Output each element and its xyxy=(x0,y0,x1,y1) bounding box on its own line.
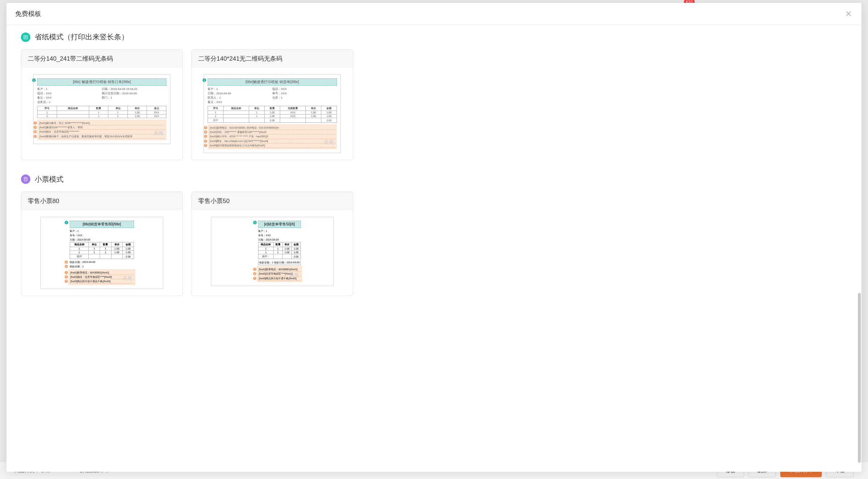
th: 商品名称 xyxy=(57,106,89,111)
card-title: 二等分140*241无二维码无条码 xyxy=(192,49,353,68)
meta-customer: 客户：1 xyxy=(208,87,272,91)
td: 1 xyxy=(273,247,282,251)
foot-text: [foot1]银行账号：张三 6228************[/foot1] xyxy=(39,122,90,124)
bullet-icon: 5 xyxy=(204,144,207,147)
td xyxy=(57,111,89,115)
td: 1 xyxy=(89,111,108,115)
section-header: 省纸模式（打印出来竖长条） xyxy=(21,32,847,42)
td: 1.00 xyxy=(306,115,321,118)
td: 1.00 xyxy=(127,115,147,118)
preview-title: [title]畅捷通打印模板 销货单[/title] xyxy=(208,78,337,86)
th: 单位 xyxy=(249,106,265,111)
td: 1 xyxy=(249,111,265,115)
meta-customer: 客户：1 xyxy=(37,87,102,91)
td xyxy=(57,115,89,118)
th: 商品名称 xyxy=(259,242,274,247)
scrollbar-track[interactable] xyxy=(857,25,861,472)
td: 1.00 xyxy=(127,111,147,115)
preview-title: [title] 畅捷通打印模板 销售订单[/title] xyxy=(37,78,166,86)
meta-note: 备注：XXX xyxy=(208,100,272,104)
td: 1 xyxy=(89,115,108,118)
foot-text: [foot2]微信6228********** 联系人：李四 xyxy=(39,126,83,129)
preview-receipt: 1 [e]销货单零售50[/ti] 客户：1 单号：XXX 日期：2019-04… xyxy=(211,217,334,286)
foot-line: 1[foot1]银行账号：张三 6228************[/foot1] xyxy=(39,121,165,125)
td-total-amt: 2.00 xyxy=(291,254,300,259)
td: 1 xyxy=(259,251,274,254)
preview-document: 1 [title]畅捷通打印模板 销货单[/title] 客户：1 电话：XXX… xyxy=(204,74,341,153)
preview-title: [e]销货单零售50[/ti] xyxy=(258,221,301,228)
foot-text: [foot2]手机：138******** 紧急联系138********[/f… xyxy=(210,131,266,133)
bullet-icon: 1 xyxy=(203,78,206,82)
template-card-t3[interactable]: 零售小票80 1 [title]销货单零售80[/title] 客户：1 单号：… xyxy=(21,191,183,296)
scrollbar-thumb[interactable] xyxy=(858,293,861,463)
bullet-icon: 2 xyxy=(253,272,256,275)
td xyxy=(223,115,249,118)
th: 单价 xyxy=(282,242,291,247)
foot-line: 3[foot3]银行卡号：6228 *** *** ***** 户名：hao20… xyxy=(209,134,335,139)
foot-text: [foot3]银行卡号：6228 *** *** ***** 户名：hao200… xyxy=(210,135,268,138)
section-receipt: 小票模式 零售小票80 1 [title]销货单零售80[/title] 客户：… xyxy=(21,174,847,296)
template-card-t1[interactable]: 二等分140_241带二维码无条码 1 [title] 畅捷通打印模板 销售订单… xyxy=(21,49,183,160)
bullet-icon: 1 xyxy=(65,221,68,224)
td: 1 xyxy=(38,111,57,115)
foot-text: [foot2]北京市海淀区****[/foot2] xyxy=(259,272,293,275)
td: 1 xyxy=(100,251,111,254)
th: 商品名称 xyxy=(70,242,89,247)
watermark: 表尾 xyxy=(122,274,133,282)
th: 金额 xyxy=(122,242,134,247)
bullet-icon: 2 xyxy=(34,126,37,129)
th: 数量 xyxy=(89,106,108,111)
td: 1.00 xyxy=(265,115,280,118)
td: XXX xyxy=(280,115,305,118)
td: 1 xyxy=(273,251,282,254)
meta-date: 日期：2019-04-09 xyxy=(208,91,272,96)
template-modal: 免费模板 省纸模式（打印出来竖长条） 二等分140_241带二维码无条码 xyxy=(6,3,862,472)
paper-saving-icon xyxy=(21,33,30,42)
extra-line: 收款日期：2019-04-09 xyxy=(70,260,134,264)
card-preview: 1 [title]畅捷通打印模板 销货单[/title] 客户：1 电话：XXX… xyxy=(192,68,353,160)
bullet-icon: 1 xyxy=(32,78,36,82)
bullet-icon: 1 xyxy=(253,268,256,271)
preview-table: 商品名称 数量 单价 金额 1 1 1.00 1.00 xyxy=(258,242,301,259)
bullet-icon: 2 xyxy=(204,130,207,134)
td: 1 xyxy=(70,251,89,254)
td: 1 xyxy=(70,247,89,251)
template-card-t2[interactable]: 二等分140*241无二维码无条码 1 [title]畅捷通打印模板 销货单[/… xyxy=(191,49,353,160)
bullet-icon: 1 xyxy=(34,121,37,125)
td: 2 xyxy=(38,115,57,118)
bullet-icon: 3 xyxy=(65,280,68,283)
td: 1.00 xyxy=(122,247,134,251)
bullet-icon: 1 xyxy=(65,271,68,274)
foot-text: [foot4]尊敬的客户：如发生产品质量、数量及服务等问题，请您24小时内与本店… xyxy=(39,135,133,138)
foot-text: [foot4]网址：hao.chanjet.com QQ:593********… xyxy=(210,140,268,142)
meta-expected: 预计交货日期：2019-04-09 xyxy=(102,91,166,96)
foot-line: 5[foot5]收到货请如需要根据近三日之内备知[/foot5] xyxy=(209,143,335,148)
td xyxy=(223,111,249,115)
foot-text: [foot5]收到货请如需要根据近三日之内备知[/foot5] xyxy=(210,144,265,147)
td: 1.00 xyxy=(291,251,300,254)
th: 单价 xyxy=(306,106,321,111)
card-title: 零售小票50 xyxy=(192,192,353,210)
bullet-icon: 3 xyxy=(204,135,207,138)
preview-footer: 1[foot1]联系电话：82430001[/foot1] 2[foot2]北京… xyxy=(257,266,302,282)
td: 1.00 xyxy=(122,251,134,254)
template-card-t4[interactable]: 零售小票50 1 [e]销货单零售50[/ti] 客户：1 单号：XXX 日期：… xyxy=(191,191,353,296)
td: 1 xyxy=(100,247,111,251)
foot-text: [foot2]地址：北京市海淀区****[/foot2] xyxy=(70,276,112,278)
foot-line: 1[foot1]咨询电话：010-82430001 投诉电话：010-82430… xyxy=(209,126,335,130)
bullet-icon: 1 xyxy=(204,126,207,129)
foot-line: 2[foot2]手机：138******** 紧急联系138********[/… xyxy=(209,130,335,134)
td: 2 xyxy=(208,115,223,118)
td: 1 xyxy=(259,247,274,251)
meta-phone: 电话：XXX xyxy=(37,91,102,96)
card-preview: 1 [title] 畅捷通打印模板 销售订单[/title] 客户：1 日期：2… xyxy=(21,68,182,151)
th: 序号 xyxy=(38,106,57,111)
bullet-icon: 4 xyxy=(204,139,207,143)
bullet-icon: 2 xyxy=(65,275,68,279)
meta-line: 客户：1 xyxy=(258,229,301,233)
td: XXX xyxy=(147,115,166,118)
close-button[interactable] xyxy=(844,9,853,18)
modal-body: 省纸模式（打印出来竖长条） 二等分140_241带二维码无条码 1 [title… xyxy=(6,25,862,472)
th: 单价 xyxy=(111,242,122,247)
foot-text: [foot3]地址：北京市海淀区********** xyxy=(39,130,79,133)
